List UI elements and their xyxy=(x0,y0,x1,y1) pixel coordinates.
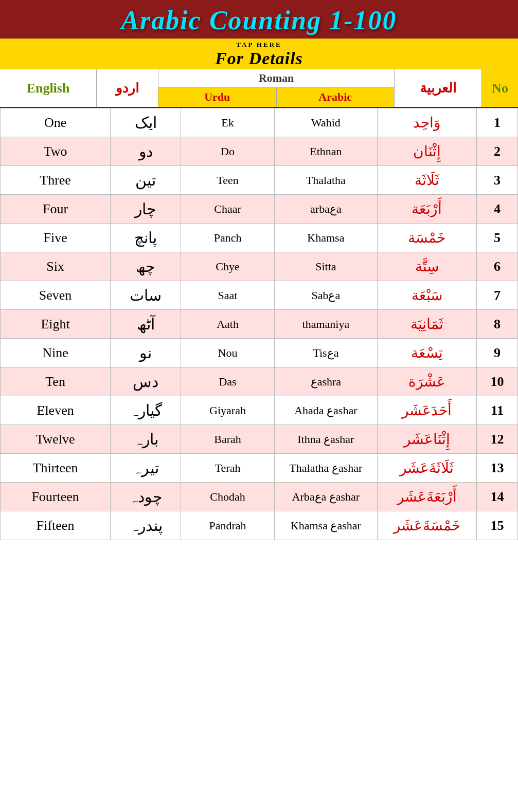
cell-no: 13 xyxy=(477,454,518,483)
cell-arabic: وَاحِد xyxy=(377,108,477,137)
cell-roman-arabic: Wahid xyxy=(275,108,377,137)
cell-english: Six xyxy=(1,252,111,281)
cell-no: 4 xyxy=(477,195,518,224)
cell-roman-urdu: Teen xyxy=(181,166,274,195)
cell-no: 5 xyxy=(477,224,518,252)
cell-roman-urdu: Panch xyxy=(181,224,274,252)
cell-arabic: أَحَدَعَشَر xyxy=(377,396,477,425)
cell-english: Seven xyxy=(1,281,111,310)
cell-urdu: سات xyxy=(111,281,181,310)
table-header: English اردو Roman Urdu Arabic العربية N… xyxy=(0,69,518,108)
cell-urdu: آٹھ xyxy=(111,310,181,339)
cell-roman-arabic: عashra xyxy=(275,367,377,396)
cell-roman-arabic: Khamsa xyxy=(275,224,377,252)
cell-roman-arabic: Tisعa xyxy=(275,339,377,367)
cell-roman-arabic: Thalatha xyxy=(275,166,377,195)
cell-urdu: دو xyxy=(111,137,181,166)
counting-table: OneایکEkWahidوَاحِد1TwoدوDoEthnanإِثْنَا… xyxy=(0,108,518,540)
cell-english: Four xyxy=(1,195,111,224)
table-row: SevenساتSaatSabعaسَبْعَة7 xyxy=(1,281,518,310)
cell-roman-urdu: Barah xyxy=(181,425,274,454)
header-arabic-script: العربية xyxy=(395,69,482,107)
cell-arabic: تِسْعَة xyxy=(377,339,477,367)
cell-english: Five xyxy=(1,224,111,252)
cell-arabic: عَشْرَة xyxy=(377,367,477,396)
cell-english: Fifteen xyxy=(1,511,111,540)
cell-arabic: أَرْبَعَة xyxy=(377,195,477,224)
cell-arabic: ثَمَانِيَة xyxy=(377,310,477,339)
cell-no: 6 xyxy=(477,252,518,281)
cell-urdu: دس xyxy=(111,367,181,396)
table-row: ThirteenتیرہTerahThalatha عasharثَلَاثَة… xyxy=(1,454,518,483)
cell-roman-urdu: Das xyxy=(181,367,274,396)
cell-urdu: چھ xyxy=(111,252,181,281)
cell-roman-arabic: Ethnan xyxy=(275,137,377,166)
header-urdu: اردو xyxy=(97,69,158,107)
cell-roman-urdu: Nou xyxy=(181,339,274,367)
header-no: No xyxy=(482,69,518,107)
cell-roman-arabic: Arbaعa عashar xyxy=(275,483,377,511)
cell-urdu: پندرہ xyxy=(111,511,181,540)
cell-roman-arabic: Ithna عashar xyxy=(275,425,377,454)
table-row: FifteenپندرہPandrahKhamsa عasharخَمْسَةَ… xyxy=(1,511,518,540)
cell-english: Fourteen xyxy=(1,483,111,511)
cell-arabic: سَبْعَة xyxy=(377,281,477,310)
cell-no: 7 xyxy=(477,281,518,310)
cell-no: 8 xyxy=(477,310,518,339)
cell-roman-urdu: Saat xyxy=(181,281,274,310)
cell-roman-urdu: Do xyxy=(181,137,274,166)
cell-roman-arabic: Thalatha عashar xyxy=(275,454,377,483)
subheader-row: Urdu Arabic xyxy=(158,87,394,107)
cell-english: Three xyxy=(1,166,111,195)
subheader-urdu: Urdu xyxy=(158,87,277,107)
header-roman-group: Roman Urdu Arabic xyxy=(158,69,395,107)
cell-arabic: ثَلَاثَةَعَشَر xyxy=(377,454,477,483)
cell-roman-urdu: Aath xyxy=(181,310,274,339)
title-bar: Arabic Counting 1-100 xyxy=(0,0,518,39)
page-title: Arabic Counting 1-100 xyxy=(0,5,518,35)
cell-no: 10 xyxy=(477,367,518,396)
cell-english: One xyxy=(1,108,111,137)
table-row: TwelveبارہBarahIthna عasharإِثْنَاعَشَر1… xyxy=(1,425,518,454)
cell-english: Two xyxy=(1,137,111,166)
cell-english: Eleven xyxy=(1,396,111,425)
cell-urdu: گیارہ xyxy=(111,396,181,425)
cell-arabic: ثَلَاثَة xyxy=(377,166,477,195)
table-row: NineنوNouTisعaتِسْعَة9 xyxy=(1,339,518,367)
cell-roman-urdu: Terah xyxy=(181,454,274,483)
cell-arabic: أَرْبَعَةَعَشَر xyxy=(377,483,477,511)
cell-urdu: تیرہ xyxy=(111,454,181,483)
header-roman-label: Roman xyxy=(158,69,394,87)
cell-no: 9 xyxy=(477,339,518,367)
cell-roman-arabic: Sitta xyxy=(275,252,377,281)
cell-urdu: تین xyxy=(111,166,181,195)
cell-no: 14 xyxy=(477,483,518,511)
table-row: FiveپانچPanchKhamsaخَمْسَة5 xyxy=(1,224,518,252)
cell-roman-urdu: Chye xyxy=(181,252,274,281)
subheader-arabic: Arabic xyxy=(277,87,395,107)
cell-no: 11 xyxy=(477,396,518,425)
cell-roman-arabic: Ahada عashar xyxy=(275,396,377,425)
cell-no: 15 xyxy=(477,511,518,540)
table-row: FourچارChaararbaعaأَرْبَعَة4 xyxy=(1,195,518,224)
table-row: TwoدوDoEthnanإِثْنَان2 xyxy=(1,137,518,166)
cell-roman-urdu: Chodah xyxy=(181,483,274,511)
cell-roman-arabic: thamaniya xyxy=(275,310,377,339)
cell-english: Twelve xyxy=(1,425,111,454)
cell-english: Eight xyxy=(1,310,111,339)
cell-roman-arabic: Sabعa xyxy=(275,281,377,310)
cell-arabic: إِثْنَان xyxy=(377,137,477,166)
cell-no: 12 xyxy=(477,425,518,454)
tap-banner[interactable]: TAP HERE For Details xyxy=(0,39,518,69)
cell-roman-urdu: Chaar xyxy=(181,195,274,224)
cell-english: Thirteen xyxy=(1,454,111,483)
table-row: FourteenچودہChodahArbaعa عasharأَرْبَعَة… xyxy=(1,483,518,511)
table-row: ThreeتینTeenThalathaثَلَاثَة3 xyxy=(1,166,518,195)
cell-arabic: سِتَّة xyxy=(377,252,477,281)
cell-arabic: خَمْسَةَعَشَر xyxy=(377,511,477,540)
cell-roman-urdu: Pandrah xyxy=(181,511,274,540)
cell-no: 2 xyxy=(477,137,518,166)
cell-urdu: بارہ xyxy=(111,425,181,454)
cell-roman-arabic: arbaعa xyxy=(275,195,377,224)
cell-urdu: چودہ xyxy=(111,483,181,511)
